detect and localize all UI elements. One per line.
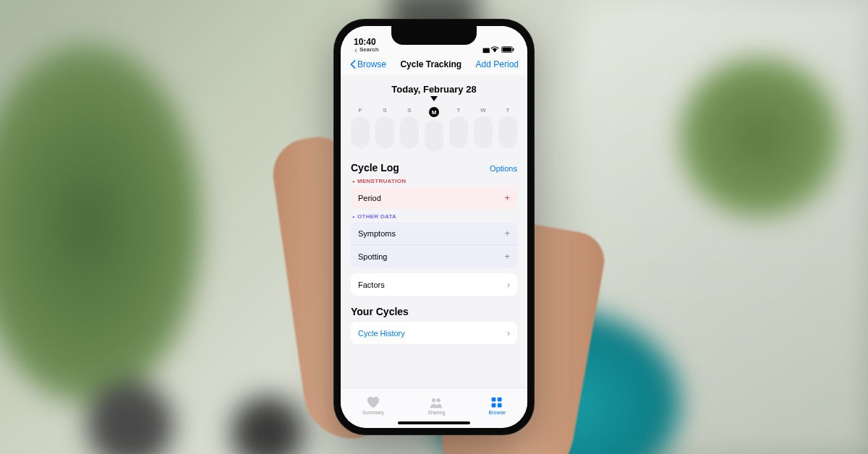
day-column[interactable]: S xyxy=(373,107,397,152)
battery-icon xyxy=(501,46,514,53)
plus-icon: + xyxy=(504,193,510,202)
device-notch xyxy=(391,26,477,45)
day-pill[interactable] xyxy=(351,116,370,148)
other-data-card: Symptoms + Spotting + xyxy=(351,222,517,267)
plus-icon: + xyxy=(504,252,510,261)
period-row[interactable]: Period + xyxy=(351,187,517,209)
menstruation-card: Period + xyxy=(351,187,517,209)
svg-rect-8 xyxy=(492,403,496,407)
tab-sharing-label: Sharing xyxy=(427,410,445,415)
cellular-signal-icon xyxy=(482,46,488,53)
chevron-right-icon: › xyxy=(507,280,510,289)
week-day-strip[interactable]: F S S M T xyxy=(341,104,527,152)
day-column[interactable]: F xyxy=(348,107,373,152)
status-indicators xyxy=(482,46,514,53)
cycle-history-card: Cycle History › xyxy=(351,322,517,344)
date-header: Today, February 28 xyxy=(341,75,527,104)
svg-point-5 xyxy=(437,398,441,402)
people-icon xyxy=(429,396,443,409)
svg-rect-9 xyxy=(498,403,502,407)
home-indicator[interactable] xyxy=(398,421,470,424)
cycle-history-row[interactable]: Cycle History › xyxy=(351,322,517,344)
day-pill[interactable] xyxy=(449,116,468,148)
bullet-icon: ● xyxy=(352,179,355,184)
day-label: T xyxy=(457,107,461,113)
phone-screen: 10:40 Search Browse xyxy=(341,26,527,428)
day-column[interactable]: T xyxy=(446,107,471,152)
day-pill[interactable] xyxy=(498,116,517,148)
day-pill[interactable] xyxy=(474,116,493,148)
chevron-left-icon xyxy=(349,59,357,69)
wifi-icon xyxy=(490,46,499,53)
symptoms-row[interactable]: Symptoms + xyxy=(351,222,517,244)
day-pill[interactable] xyxy=(425,120,443,152)
period-row-label: Period xyxy=(358,194,381,202)
svg-rect-2 xyxy=(503,48,512,52)
status-back-search[interactable]: Search xyxy=(354,47,379,53)
your-cycles-section: Your Cycles Cycle History › xyxy=(341,296,527,344)
spotting-row-label: Spotting xyxy=(358,252,387,261)
cycle-log-options-button[interactable]: Options xyxy=(490,164,517,173)
navigation-bar: Browse Cycle Tracking Add Period xyxy=(341,55,527,75)
svg-point-0 xyxy=(494,51,495,52)
factors-row[interactable]: Factors › xyxy=(351,273,517,296)
tab-browse[interactable]: Browse xyxy=(489,396,506,415)
cycle-log-title: Cycle Log xyxy=(351,162,399,174)
day-pill[interactable] xyxy=(375,116,394,148)
plus-icon: + xyxy=(504,228,510,238)
cycle-history-label: Cycle History xyxy=(358,329,405,338)
today-pointer-icon xyxy=(430,96,438,101)
grid-icon xyxy=(490,396,504,409)
svg-rect-7 xyxy=(498,397,502,401)
status-search-label: Search xyxy=(359,47,379,53)
cycle-log-section: Cycle Log Options ● MENSTRUATION Period … xyxy=(341,152,527,296)
day-pill[interactable] xyxy=(400,116,419,148)
iphone-device: 10:40 Search Browse xyxy=(333,19,535,435)
day-label: W xyxy=(480,107,486,113)
symptoms-row-label: Symptoms xyxy=(358,229,396,238)
day-column[interactable]: S xyxy=(397,107,422,152)
bullet-icon: ● xyxy=(352,215,355,219)
tab-browse-label: Browse xyxy=(489,410,506,415)
day-label: S xyxy=(407,107,411,113)
tab-sharing[interactable]: Sharing xyxy=(427,396,445,415)
svg-rect-6 xyxy=(492,397,496,401)
day-label: F xyxy=(359,107,362,113)
svg-rect-3 xyxy=(513,48,514,51)
heart-icon xyxy=(366,396,380,409)
spotting-row[interactable]: Spotting + xyxy=(351,244,517,267)
factors-row-label: Factors xyxy=(358,280,385,289)
back-button[interactable]: Browse xyxy=(349,59,386,69)
factors-card: Factors › xyxy=(351,273,517,296)
other-data-label-text: OTHER DATA xyxy=(357,213,396,220)
other-data-sublabel: ● OTHER DATA xyxy=(352,213,517,220)
your-cycles-title: Your Cycles xyxy=(351,306,409,317)
page-title: Cycle Tracking xyxy=(400,59,461,69)
chevron-right-icon: › xyxy=(507,328,510,338)
day-label: S xyxy=(383,107,386,113)
menstruation-label-text: MENSTRUATION xyxy=(357,178,406,184)
day-label-active: M xyxy=(429,107,439,117)
svg-point-4 xyxy=(432,398,435,402)
add-period-button[interactable]: Add Period xyxy=(476,59,519,69)
scroll-content[interactable]: Today, February 28 F S S M xyxy=(341,75,527,387)
day-column[interactable]: T xyxy=(495,107,520,152)
day-column-today[interactable]: M xyxy=(422,107,446,152)
day-label: T xyxy=(506,107,510,113)
tab-summary[interactable]: Summary xyxy=(362,396,384,415)
back-label: Browse xyxy=(357,59,386,69)
day-column[interactable]: W xyxy=(471,107,495,152)
menstruation-sublabel: ● MENSTRUATION xyxy=(352,178,517,184)
tab-summary-label: Summary xyxy=(362,410,384,415)
current-date-label: Today, February 28 xyxy=(341,84,527,95)
